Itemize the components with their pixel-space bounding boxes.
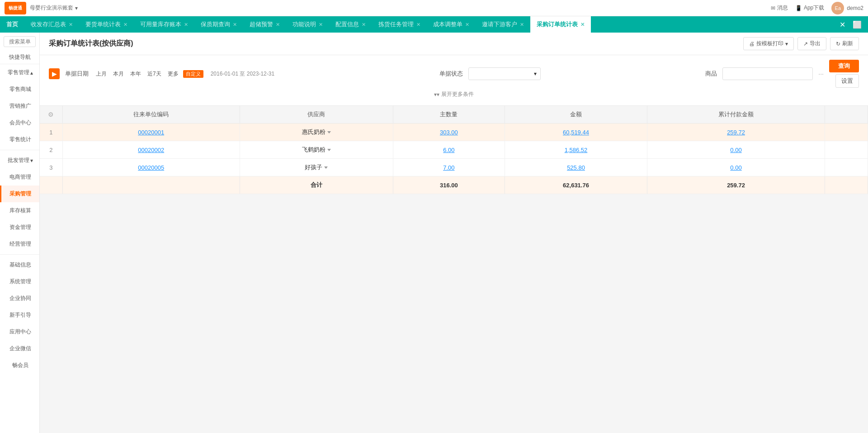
workspace-arrow-icon: ▾ (75, 5, 78, 11)
table-row: 3 00020005 好孩子 7.00 525.80 0.00 (40, 159, 868, 176)
supplier-arrow-icon[interactable] (327, 131, 331, 133)
row-index: 3 (40, 159, 62, 176)
user-avatar: Ea (831, 2, 844, 14)
nav-expand-icon[interactable]: ⬜ (850, 19, 864, 30)
sidebar-item-finance[interactable]: 资金管理 (0, 219, 39, 236)
shortcut-this-month[interactable]: 本月 (111, 69, 126, 79)
sidebar-item-enterprise[interactable]: 企业协同 (0, 290, 39, 307)
table-row: 2 00020002 飞鹤奶粉 6.00 1,586.52 0.00 (40, 141, 868, 159)
more-icon[interactable]: ··· (818, 70, 824, 77)
print-icon: 🖨 (749, 41, 755, 47)
sidebar-item-retail-mgmt[interactable]: 零售管理 ▴ (0, 64, 39, 81)
sidebar-item-retail-mall[interactable]: 零售商城 (0, 81, 39, 98)
sidebar-item-retail-stats[interactable]: 零售统计 (0, 131, 39, 148)
table-row: 1 00020001 惠氏奶粉 303.00 60,519.44 259.72 (40, 124, 868, 141)
close-icon[interactable]: ✕ (465, 22, 469, 28)
col-paid: 累计付款金额 (647, 106, 825, 124)
row-amount[interactable]: 60,519.44 (505, 124, 647, 141)
close-icon[interactable]: ✕ (123, 22, 127, 28)
app-download-button[interactable]: 📱 App下载 (795, 4, 824, 12)
query-button[interactable]: 查询 (829, 60, 859, 72)
shortcut-last-month[interactable]: 上月 (94, 69, 108, 79)
goods-input[interactable] (722, 67, 813, 80)
chevron-down-icon: ▴ (30, 70, 33, 76)
shortcut-this-year[interactable]: 本年 (128, 69, 143, 79)
message-button[interactable]: ✉ 消息 (771, 4, 788, 12)
sidebar-item-basic-info[interactable]: 基础信息 (0, 257, 39, 273)
row-qty[interactable]: 7.00 (393, 159, 505, 176)
close-icon[interactable]: ✕ (362, 22, 366, 28)
close-icon[interactable]: ✕ (416, 22, 420, 28)
close-icon[interactable]: ✕ (69, 22, 73, 28)
tab-yaoqing[interactable]: 邀请下游客户 ✕ (476, 16, 530, 33)
shortcut-7days[interactable]: 近7天 (146, 69, 163, 79)
phone-icon: 📱 (795, 5, 802, 11)
row-amount[interactable]: 525.80 (505, 159, 647, 176)
app-logo: 畅捷通 (5, 2, 26, 14)
sidebar-divider-1 (0, 150, 39, 150)
sidebar-item-wechat[interactable]: 企业微信 (0, 340, 39, 357)
search-input[interactable] (4, 36, 36, 47)
tab-shoufacun[interactable]: 收发存汇总表 ✕ (24, 16, 79, 33)
close-icon[interactable]: ✕ (520, 22, 524, 28)
tab-baozhi[interactable]: 保质期查询 ✕ (194, 16, 243, 33)
sidebar-item-wholesale[interactable]: 批发管理 ▾ (0, 152, 39, 169)
row-paid[interactable]: 0.00 (647, 141, 825, 159)
sidebar-item-ecommerce[interactable]: 电商管理 (0, 169, 39, 186)
sidebar-item-inventory[interactable]: 库存核算 (0, 202, 39, 219)
sidebar-item-member2[interactable]: 畅会员 (0, 357, 39, 374)
row-qty[interactable]: 303.00 (393, 124, 505, 141)
row-amount[interactable]: 1,586.52 (505, 141, 647, 159)
user-profile[interactable]: Ea demo2 (831, 2, 863, 14)
supplier-arrow-icon[interactable] (327, 149, 331, 151)
filter-row-main: ▶ 单据日期 上月 本月 本年 近7天 更多 自定义 2016-01-01 至 … (49, 60, 859, 88)
tab-caigou-active[interactable]: 采购订单统计表 ✕ (530, 16, 591, 33)
close-icon[interactable]: ✕ (233, 22, 237, 28)
tab-home[interactable]: 首页 (0, 16, 24, 33)
row-code[interactable]: 00020002 (62, 141, 240, 159)
row-paid[interactable]: 0.00 (647, 159, 825, 176)
status-filter-label: 单据状态 (439, 70, 463, 78)
sidebar-item-purchase[interactable]: 采购管理 (0, 186, 39, 202)
footer-amount: 62,631.76 (505, 176, 647, 194)
sidebar-item-marketing[interactable]: 营销推广 (0, 98, 39, 114)
sidebar-item-guide[interactable]: 新手引导 (0, 307, 39, 324)
sidebar-item-system[interactable]: 系统管理 (0, 273, 39, 290)
date-range-container: 2016-01-01 至 2023-12-31 (209, 70, 274, 78)
tab-chengben[interactable]: 成本调整单 ✕ (427, 16, 476, 33)
supplier-arrow-icon[interactable] (324, 167, 328, 169)
filter-toggle-button[interactable]: ▶ (49, 68, 60, 79)
sidebar-item-appstore[interactable]: 应用中心 (0, 324, 39, 340)
gear-icon[interactable]: ⚙ (48, 111, 54, 118)
tab-chaochuu[interactable]: 超储预警 ✕ (243, 16, 286, 33)
close-icon[interactable]: ✕ (276, 22, 280, 28)
shortcut-more[interactable]: 更多 (166, 69, 180, 79)
tab-jianhuo[interactable]: 拣货任务管理 ✕ (372, 16, 427, 33)
refresh-button[interactable]: ↻ 刷新 (830, 37, 859, 50)
close-icon[interactable]: ✕ (319, 22, 323, 28)
shortcut-nav[interactable]: 快捷导航 (0, 51, 39, 64)
tab-gongneng[interactable]: 功能说明 ✕ (286, 16, 329, 33)
export-button[interactable]: ↗ 导出 (797, 37, 826, 50)
expand-more-button[interactable]: ▾▾ 展开更多条件 (49, 88, 859, 101)
row-code[interactable]: 00020005 (62, 159, 240, 176)
print-button[interactable]: 🖨 按模板打印 ▾ (743, 37, 794, 50)
tab-peizhhi[interactable]: 配置信息 ✕ (329, 16, 372, 33)
close-icon[interactable]: ✕ (184, 22, 188, 28)
row-paid[interactable]: 259.72 (647, 124, 825, 141)
custom-date-badge[interactable]: 自定义 (183, 70, 203, 78)
tab-yaohuo[interactable]: 要货单统计表 ✕ (79, 16, 134, 33)
tab-kuyong[interactable]: 可用量库存账本 ✕ (134, 16, 194, 33)
sidebar-item-member[interactable]: 会员中心 (0, 114, 39, 131)
close-icon[interactable]: ✕ (580, 22, 585, 28)
page-title: 采购订单统计表(按供应商) (49, 39, 133, 48)
footer-paid: 259.72 (647, 176, 825, 194)
row-qty[interactable]: 6.00 (393, 141, 505, 159)
settings-button[interactable]: 设置 (835, 74, 859, 88)
workspace-selector[interactable]: 母婴行业演示账套 ▾ (30, 4, 78, 12)
sidebar-item-operations[interactable]: 经营管理 (0, 236, 39, 252)
row-code[interactable]: 00020001 (62, 124, 240, 141)
top-bar-right: ✉ 消息 📱 App下载 Ea demo2 (771, 2, 863, 14)
nav-close-icon[interactable]: ✕ (837, 19, 848, 30)
status-select[interactable]: ▾ (468, 67, 541, 80)
